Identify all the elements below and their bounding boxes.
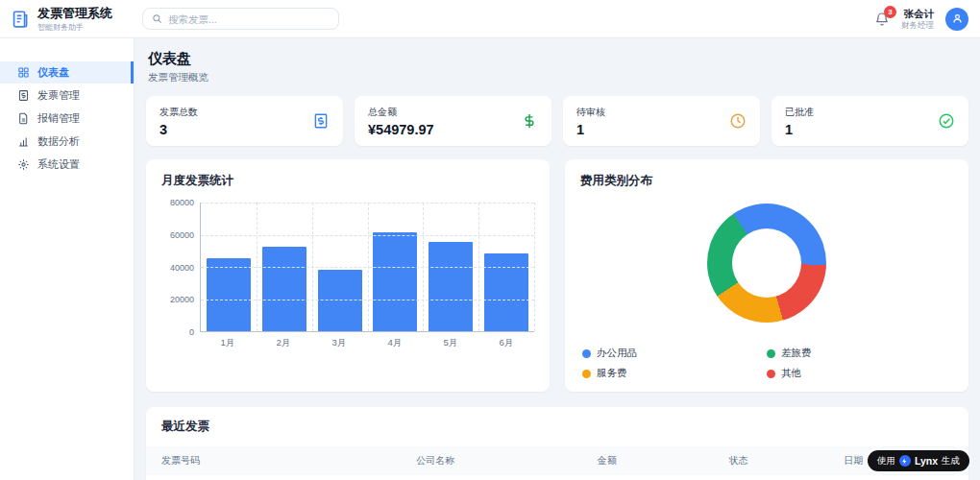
lynx-badge-suffix: 生成 (942, 455, 960, 468)
sidebar-item-2[interactable]: 报销管理 (0, 108, 134, 130)
sidebar: 仪表盘发票管理报销管理数据分析系统设置 (0, 38, 135, 480)
legend-dot-icon (767, 349, 775, 358)
recent-invoices-card: 最近发票 发票号码公司名称金额状态日期 12345678901234567890… (146, 407, 968, 480)
app-header: 发票管理系统 智能财务助手 3 张会计 财务经理 (0, 0, 980, 38)
sidebar-item-1[interactable]: 发票管理 (0, 84, 134, 107)
donut-legend: 办公用品差旅费服务费其他 (580, 347, 953, 380)
lynx-attribution-badge[interactable]: 使用 Lynx 生成 (868, 450, 969, 471)
bar-6月 (484, 253, 528, 331)
search-input[interactable] (168, 13, 330, 25)
stat-card-2: 待审核 1 (563, 96, 760, 146)
search-icon (152, 13, 162, 24)
bar-chart-card: 月度发票统计 020000400006000080000 1月2月3月4月5月6… (146, 159, 550, 392)
user-name: 张会计 (901, 8, 934, 20)
legend-item: 服务费 (582, 367, 767, 380)
lynx-badge-prefix: 使用 (877, 455, 895, 468)
bar-chart: 020000400006000080000 (161, 203, 534, 332)
bar-1月 (207, 258, 251, 331)
report-icon (17, 112, 30, 125)
invoice-icon (17, 89, 30, 102)
sidebar-item-4[interactable]: 系统设置 (0, 154, 134, 176)
notifications-button[interactable]: 3 (874, 12, 890, 27)
sidebar-item-0[interactable]: 仪表盘 (0, 61, 134, 84)
user-avatar[interactable] (945, 8, 968, 31)
column-header: 金额 (582, 446, 714, 475)
bar-2月 (262, 247, 306, 331)
dashboard-icon (17, 66, 30, 79)
column-header: 状态 (714, 446, 829, 475)
settings-icon (17, 158, 30, 171)
user-role: 财务经理 (901, 20, 934, 31)
legend-item: 其他 (767, 367, 951, 380)
app-title: 发票管理系统 (37, 5, 112, 22)
bar-chart-y-axis: 020000400006000080000 (161, 203, 200, 332)
notification-count-badge: 3 (884, 6, 896, 18)
recent-invoices-title: 最近发票 (146, 419, 968, 446)
stat-card-3: 已批准 1 (772, 96, 968, 146)
bar-4月 (373, 232, 417, 331)
app-brand: 发票管理系统 智能财务助手 (0, 5, 135, 33)
bar-chart-plot (200, 203, 534, 332)
page-subtitle: 发票管理概览 (148, 71, 967, 84)
clock-icon (729, 112, 747, 130)
bar-chart-x-axis: 1月2月3月4月5月6月 (200, 337, 534, 349)
bar-5月 (429, 242, 473, 331)
stat-card-0: 发票总数 3 (146, 96, 343, 146)
lynx-logo-icon (899, 455, 911, 467)
column-header: 公司名称 (401, 446, 581, 475)
search-box[interactable] (142, 8, 339, 30)
sidebar-item-3[interactable]: 数据分析 (0, 131, 134, 153)
legend-dot-icon (767, 370, 775, 378)
main-content: 仪表盘 发票管理概览 发票总数 3 总金额 ¥54979.97 待审核 1 已批… (135, 38, 980, 480)
app-subtitle: 智能财务助手 (37, 22, 112, 33)
person-icon (951, 12, 964, 25)
page-title: 仪表盘 (148, 50, 967, 68)
legend-item: 差旅费 (767, 347, 951, 360)
donut-chart-card: 费用类别分布 办公用品差旅费服务费其他 (565, 159, 968, 392)
lynx-badge-brand: Lynx (915, 455, 938, 467)
analytics-icon (17, 135, 30, 148)
app-logo-icon (10, 9, 31, 30)
user-info: 张会计 财务经理 (901, 8, 934, 31)
stats-row: 发票总数 3 总金额 ¥54979.97 待审核 1 已批准 1 (146, 96, 968, 146)
bar-3月 (318, 270, 362, 331)
donut-chart (707, 204, 826, 323)
dollar-icon (521, 112, 538, 130)
column-header: 发票号码 (146, 446, 401, 475)
table-header-row: 发票号码公司名称金额状态日期 (146, 446, 968, 475)
legend-dot-icon (582, 370, 591, 378)
check-circle-icon (938, 112, 955, 130)
legend-dot-icon (582, 349, 591, 358)
donut-chart-title: 费用类别分布 (580, 173, 953, 189)
bar-chart-title: 月度发票统计 (161, 173, 534, 189)
invoice-box-icon (312, 112, 330, 130)
recent-invoices-table: 发票号码公司名称金额状态日期 12345678901234567890 北京科技… (146, 446, 968, 480)
stat-card-1: 总金额 ¥54979.97 (355, 96, 551, 146)
legend-item: 办公用品 (582, 347, 767, 360)
table-row[interactable]: 12345678901234567890 北京科技有限公司 ¥17719.97 … (146, 475, 968, 480)
